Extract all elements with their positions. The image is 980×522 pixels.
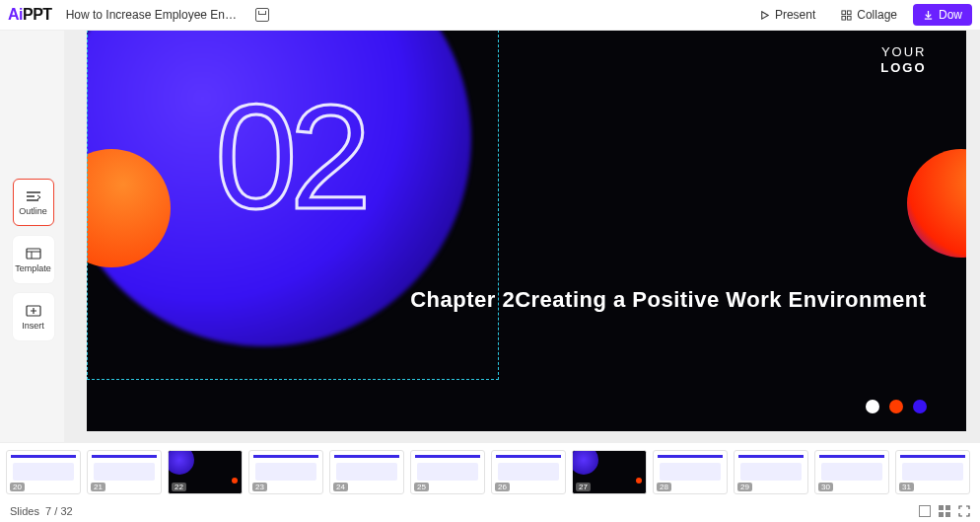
thumbnail-page-number: 26 <box>495 483 510 491</box>
slide-logo-line2: LOGO <box>880 60 926 76</box>
thumbnail-page-number: 25 <box>414 483 429 491</box>
thumbnail[interactable]: 29 <box>734 450 808 494</box>
thumbnail-page-number: 30 <box>818 483 833 491</box>
collage-label: Collage <box>857 8 897 22</box>
thumbnail-page-number: 20 <box>10 483 25 491</box>
dot-white <box>866 400 879 413</box>
chapter-title[interactable]: Chapter 2Creating a Positive Work Enviro… <box>404 287 927 313</box>
view-mode-icons <box>919 505 970 517</box>
thumbnail[interactable]: 30 <box>814 450 889 494</box>
view-grid-icon[interactable] <box>939 505 950 517</box>
outline-button[interactable]: Outline <box>13 179 54 226</box>
footer: 202122232425262728293031 Slides 7 / 32 <box>0 442 980 522</box>
thumbnail[interactable]: 27 <box>572 450 647 494</box>
svg-rect-1 <box>848 10 852 14</box>
outline-label: Outline <box>19 206 47 216</box>
thumbnail[interactable]: 22 <box>168 450 243 494</box>
download-icon <box>923 10 934 21</box>
thumbnail[interactable]: 24 <box>329 450 404 494</box>
insert-button[interactable]: Insert <box>13 293 54 340</box>
thumbnail[interactable]: 31 <box>895 450 970 494</box>
app-logo: AiPPT <box>8 6 52 24</box>
color-dots <box>866 400 927 413</box>
thumbnail-page-number: 27 <box>576 483 591 491</box>
header-bar: AiPPT How to Increase Employee Engage… P… <box>0 0 980 31</box>
thumbnail-page-number: 22 <box>172 483 186 491</box>
thumbnail[interactable]: 28 <box>653 450 728 494</box>
slide[interactable]: YOUR LOGO 02 Chapter 2Creating a Positiv… <box>87 31 966 431</box>
thumbnail-page-number: 23 <box>252 483 267 491</box>
play-icon <box>759 10 770 21</box>
template-button[interactable]: Template <box>13 236 54 283</box>
big-number-text: 02 <box>215 85 364 240</box>
thumbnail[interactable]: 26 <box>491 450 566 494</box>
dot-orange <box>889 400 903 413</box>
dot-blue <box>913 400 927 413</box>
logo-ppt: PPT <box>23 6 52 24</box>
present-label: Present <box>775 8 815 22</box>
thumbnail-page-number: 28 <box>657 483 671 491</box>
save-icon[interactable] <box>255 8 269 22</box>
main-area: Outline Template Insert <box>0 31 980 442</box>
download-label: Dow <box>939 8 962 22</box>
thumbnail-page-number: 31 <box>899 483 914 491</box>
total-slides: 32 <box>60 505 72 517</box>
thumbnail[interactable]: 25 <box>410 450 485 494</box>
insert-icon <box>25 304 42 318</box>
thumbnail[interactable]: 21 <box>87 450 162 494</box>
thumbnail-strip[interactable]: 202122232425262728293031 <box>0 443 980 500</box>
present-button[interactable]: Present <box>749 4 825 26</box>
template-label: Template <box>15 263 51 273</box>
svg-rect-3 <box>848 16 852 20</box>
svg-rect-4 <box>27 249 40 259</box>
collage-icon <box>841 10 852 21</box>
sidebar: Outline Template Insert <box>0 31 64 442</box>
logo-ai: Ai <box>8 6 23 24</box>
thumbnail-page-number: 29 <box>737 483 752 491</box>
template-icon <box>25 247 42 261</box>
slide-logo-line1: YOUR <box>880 44 926 60</box>
canvas[interactable]: YOUR LOGO 02 Chapter 2Creating a Positiv… <box>64 31 980 442</box>
status-bar: Slides 7 / 32 <box>0 500 980 522</box>
slides-label: Slides <box>10 505 39 517</box>
slide-logo-placeholder[interactable]: YOUR LOGO <box>880 44 926 75</box>
svg-rect-0 <box>842 10 846 14</box>
decor-blob-right <box>907 149 966 258</box>
thumbnail-page-number: 21 <box>91 483 105 491</box>
svg-rect-2 <box>842 16 846 20</box>
thumbnail[interactable]: 20 <box>6 450 81 494</box>
collage-button[interactable]: Collage <box>831 4 907 26</box>
thumbnail[interactable]: 23 <box>248 450 323 494</box>
thumbnail-page-number: 24 <box>333 483 348 491</box>
view-normal-icon[interactable] <box>919 505 931 517</box>
app-root: AiPPT How to Increase Employee Engage… P… <box>0 0 980 522</box>
download-button[interactable]: Dow <box>913 4 972 26</box>
view-fullscreen-icon[interactable] <box>958 505 970 517</box>
insert-label: Insert <box>22 321 44 331</box>
slide-number[interactable]: 02 <box>215 85 412 247</box>
outline-icon <box>25 189 42 203</box>
document-title[interactable]: How to Increase Employee Engage… <box>66 8 244 22</box>
